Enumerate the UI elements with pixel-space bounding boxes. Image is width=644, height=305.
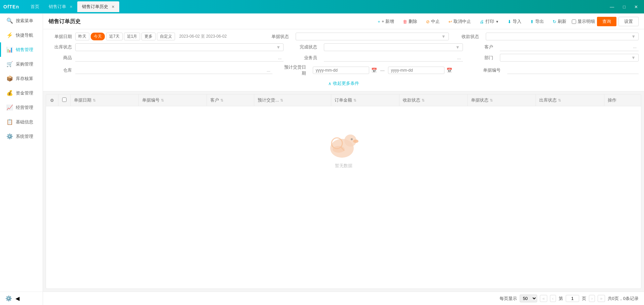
department-select[interactable]: ▼	[500, 54, 639, 62]
close-icon[interactable]: ✕	[632, 3, 641, 11]
filter-row-2: 出库状态 ▼ 完成状态 ▼ 客户 ...	[48, 43, 639, 51]
print-button[interactable]: 🖨 打印 ▼	[476, 17, 502, 26]
th-date[interactable]: 单据日期 ⇅	[70, 94, 138, 106]
display-toggle-checkbox[interactable]	[572, 20, 576, 24]
sidebar-item-system[interactable]: ⚙️ 系统管理	[0, 129, 43, 144]
goods-input[interactable]	[75, 54, 276, 61]
th-checkbox[interactable]	[58, 94, 70, 106]
sidebar-item-quicknav[interactable]: ⚡ 快捷导航	[0, 28, 43, 42]
display-toggle[interactable]: 显示明细	[572, 18, 595, 25]
customer-input[interactable]	[500, 43, 631, 50]
sidebar-item-finance[interactable]: 💰 资金管理	[0, 86, 43, 100]
th-customer[interactable]: 客户 ⇅	[207, 94, 254, 106]
complete-label: 完成状态	[294, 44, 320, 50]
minimize-icon[interactable]: —	[607, 3, 617, 11]
cancel-stop-icon: ↩	[448, 19, 452, 24]
content-area: 销售订单历史 + + 新增 🗑 删除 ⊘ 中止 ↩ 取消中止	[43, 13, 644, 305]
empty-duck-illustration	[324, 126, 364, 160]
cancel-stop-button[interactable]: ↩ 取消中止	[445, 17, 474, 26]
payment-status-select[interactable]: ▼	[486, 33, 639, 40]
sales-icon: 📊	[6, 46, 13, 53]
search-button[interactable]: 查询	[597, 17, 616, 26]
export-button[interactable]: ⬆ 导出	[527, 17, 547, 26]
first-page-btn[interactable]: «	[540, 295, 547, 302]
sidebar-item-operations-label: 经营管理	[16, 105, 33, 111]
system-icon: ⚙️	[6, 133, 13, 140]
th-delivery[interactable]: 预计交货... ⇅	[254, 94, 331, 106]
sidebar-settings-icon[interactable]: ⚙️	[5, 295, 12, 302]
th-payment-status[interactable]: 收款状态 ⇅	[399, 94, 468, 106]
th-order-status-label: 单据状态	[471, 97, 488, 103]
warehouse-dots[interactable]: ...	[265, 68, 272, 73]
sidebar-item-basic-info-label: 基础信息	[16, 119, 33, 125]
delivery-date-from[interactable]	[313, 67, 369, 74]
next-page-btn[interactable]: ›	[589, 295, 595, 302]
collapse-up-icon: ∧	[328, 81, 332, 86]
collapse-button[interactable]: ∧ 收起更多条件	[327, 79, 360, 88]
calendar-to-icon[interactable]: 📅	[446, 68, 452, 73]
th-order-status[interactable]: 单据状态 ⇅	[468, 94, 536, 106]
table-header: ⚙ 单据日期 ⇅ 单据编号	[46, 94, 641, 106]
date-btn-custom[interactable]: 自定义	[157, 33, 175, 40]
gear-icon[interactable]: ⚙	[50, 98, 54, 103]
date-btn-1month[interactable]: 近1月	[124, 33, 140, 40]
warehouse-input[interactable]	[75, 67, 265, 74]
sidebar-collapse-icon[interactable]: ◀	[15, 295, 19, 302]
delivery-date-to[interactable]	[388, 67, 444, 74]
display-toggle-label: 显示明细	[577, 18, 595, 25]
sidebar-item-purchase[interactable]: 🛒 采购管理	[0, 57, 43, 71]
th-operations: 操作	[604, 94, 641, 106]
print-dropdown-icon: ▼	[496, 20, 499, 24]
new-icon: +	[378, 19, 380, 24]
status-select[interactable]: ▼	[296, 33, 448, 40]
settings-button[interactable]: 设置	[618, 17, 639, 26]
order-no-input[interactable]	[507, 67, 639, 74]
delete-button[interactable]: 🗑 删除	[399, 17, 421, 26]
goods-dots[interactable]: ...	[276, 55, 284, 60]
maximize-icon[interactable]: □	[620, 3, 628, 11]
last-page-btn[interactable]: »	[598, 295, 605, 302]
prev-page-btn[interactable]: ‹	[550, 295, 556, 302]
th-order-no[interactable]: 单据编号 ⇅	[138, 94, 207, 106]
page-size-select[interactable]: 10 20 50 100	[520, 295, 537, 302]
collapse-row: ∧ 收起更多条件	[48, 79, 639, 88]
outbound-select[interactable]: ▼	[75, 43, 284, 51]
complete-select[interactable]: ▼	[324, 43, 463, 51]
import-button[interactable]: ⬇ 导入	[504, 17, 525, 26]
th-outbound-status[interactable]: 出库状态 ⇅	[536, 94, 604, 106]
customer-dots[interactable]: ...	[631, 44, 639, 49]
date-btn-7days[interactable]: 近7天	[106, 33, 123, 40]
search-icon: 🔍	[6, 17, 13, 24]
page-size-label: 每页显示	[500, 296, 517, 302]
stop-button[interactable]: ⊘ 中止	[423, 17, 443, 26]
sidebar-item-basic-info[interactable]: 📋 基础信息	[0, 115, 43, 129]
salesperson-input[interactable]	[324, 54, 455, 61]
date-label: 单据日期	[48, 34, 75, 40]
date-btn-more[interactable]: 更多	[141, 33, 156, 40]
th-gear[interactable]: ⚙	[46, 94, 58, 106]
new-button[interactable]: + + 新增	[374, 17, 397, 26]
th-amount[interactable]: 订单金额 ⇅	[331, 94, 399, 106]
window-controls: — □ ✕	[607, 3, 641, 11]
salesperson-dots[interactable]: ...	[455, 55, 463, 60]
tab-home[interactable]: 首页	[26, 1, 44, 12]
calendar-from-icon[interactable]: 📅	[371, 68, 377, 73]
tab-sales-order[interactable]: 销售订单 ✕	[44, 1, 77, 12]
sidebar-item-operations[interactable]: 📈 经营管理	[0, 100, 43, 115]
tab-sales-order-history[interactable]: 销售订单历史 ✕	[77, 1, 119, 12]
sort-orderstatus-icon: ⇅	[490, 98, 493, 103]
filter-row-4: 仓库 ... 预计交货日期 📅 — 📅 单据编号	[48, 64, 639, 76]
tab-home-label: 首页	[31, 4, 39, 10]
sidebar-item-inventory[interactable]: 📦 库存核算	[0, 71, 43, 86]
date-btn-yesterday[interactable]: 昨天	[75, 33, 89, 40]
date-filter-control: 昨天 今天 近7天 近1月 更多 自定义 2023-06-02 至 2023-0…	[75, 33, 259, 40]
tab-sales-order-history-close[interactable]: ✕	[112, 5, 115, 9]
sidebar-item-sales[interactable]: 📊 销售管理	[0, 42, 43, 57]
sidebar-item-search[interactable]: 🔍 搜索菜单	[0, 13, 43, 28]
print-label: 打印	[485, 18, 494, 25]
tab-sales-order-close[interactable]: ✕	[70, 5, 73, 9]
page-number-input[interactable]	[566, 295, 579, 302]
select-all-checkbox[interactable]	[62, 98, 67, 102]
date-btn-today[interactable]: 今天	[91, 33, 105, 40]
refresh-button[interactable]: ↻ 刷新	[549, 17, 570, 26]
